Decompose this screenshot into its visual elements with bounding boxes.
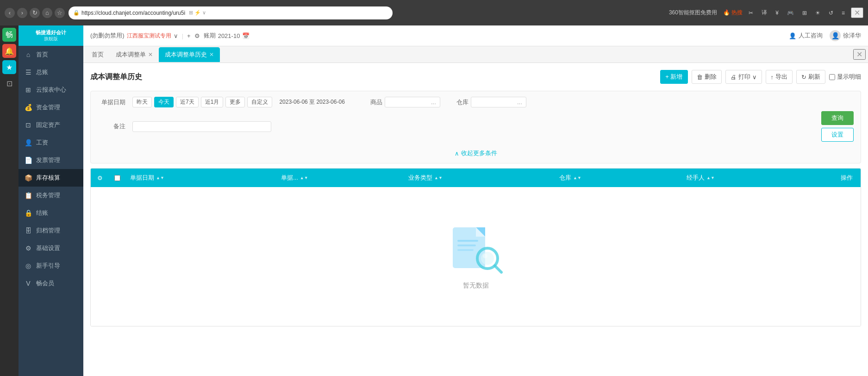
svg-point-7 — [481, 252, 494, 265]
grid-tool[interactable]: ⊞ — [800, 9, 809, 17]
sidebar-item-payroll[interactable]: 👤 工资 — [19, 134, 83, 151]
sidebar-item-label: 首页 — [36, 50, 48, 59]
sidebar-item-ledger[interactable]: ☰ 总账 — [19, 63, 83, 81]
print-button[interactable]: 🖨 打印 ∨ — [725, 70, 762, 84]
cut-tool[interactable]: ✂ — [746, 9, 756, 17]
company-selector[interactable]: (勿删勿禁用) 江西服宝测试专用 ∨ — [90, 31, 178, 40]
sidebar-item-label: 云报表中心 — [36, 86, 66, 94]
th-action-label: 操作 — [841, 174, 853, 182]
tab-cost-adjust[interactable]: 成本调整单 ✕ — [110, 47, 159, 62]
back-button[interactable]: ‹ — [5, 8, 15, 18]
sidebar-item-inventory[interactable]: 📦 库存核算 — [19, 169, 83, 187]
th-warehouse[interactable]: 仓库 ▲▼ — [555, 174, 682, 182]
settings-filter-button[interactable]: 设置 — [821, 128, 854, 142]
sidebar-item-guide[interactable]: ◎ 新手引导 — [19, 257, 83, 275]
warehouse-more-icon[interactable]: ... — [517, 99, 522, 106]
tab-cost-adjust-close[interactable]: ✕ — [148, 51, 153, 58]
th-type[interactable]: 业务类型 ▲▼ — [404, 174, 555, 182]
sidebar-logo[interactable]: 畅捷通好会计 旗舰版 — [19, 25, 83, 46]
date-btn-7days[interactable]: 近7天 — [176, 97, 199, 107]
customer-service[interactable]: 👤 人工咨询 — [789, 31, 823, 40]
export-button[interactable]: ↑ 导出 — [766, 70, 793, 84]
browser-nav-buttons: ‹ › ↻ ⌂ ☆ — [5, 8, 65, 18]
sidebar-item-archive[interactable]: 🗄 归档管理 — [19, 222, 83, 239]
funds-icon: 💰 — [24, 104, 32, 111]
game-tool[interactable]: 🎮 — [785, 9, 796, 17]
period-value: 2021-10 — [218, 32, 240, 39]
archive-icon: 🗄 — [24, 227, 32, 234]
sidebar-item-label: 归档管理 — [36, 226, 60, 235]
table-container: ⚙ 单据日期 ▲▼ 单据... ▲▼ 业务类型 ▲▼ — [90, 168, 861, 326]
delete-button[interactable]: 🗑 删除 — [692, 70, 722, 84]
sidebar-item-settings[interactable]: ⚙ 基础设置 — [19, 239, 83, 257]
undo-tool[interactable]: ↺ — [826, 9, 836, 17]
menu-tool[interactable]: ≡ — [839, 9, 847, 17]
add-company-icon[interactable]: + — [187, 32, 191, 39]
sidebar-item-funds[interactable]: 💰 资金管理 — [19, 99, 83, 116]
th-checkbox[interactable] — [109, 175, 125, 181]
sidebar-item-home[interactable]: ⌂ 首页 — [19, 46, 83, 63]
goods-more-icon[interactable]: ... — [431, 99, 436, 106]
date-btn-yesterday[interactable]: 昨天 — [132, 97, 152, 107]
window-close-button[interactable]: ✕ — [853, 49, 866, 60]
close-period-icon: 🔒 — [24, 209, 32, 217]
goods-filter: 商品 ... — [370, 97, 440, 107]
forward-button[interactable]: › — [17, 8, 27, 18]
collapse-button[interactable]: ∧ 收起更多条件 — [98, 145, 854, 157]
new-button[interactable]: + 新增 — [660, 70, 687, 84]
home-browser-button[interactable]: ⌂ — [42, 8, 52, 18]
warehouse-select[interactable]: ... — [471, 97, 526, 107]
sidebar-item-assets[interactable]: ⊡ 固定资产 — [19, 116, 83, 134]
app-icon-2[interactable]: ⊡ — [2, 76, 16, 90]
hot-search-icon[interactable]: 🔥 热搜 — [723, 9, 743, 17]
calendar-icon[interactable]: 📅 — [242, 32, 250, 39]
date-btn-custom[interactable]: 自定义 — [247, 97, 272, 107]
goods-select[interactable]: ... — [385, 97, 440, 107]
sidebar-item-member[interactable]: V 畅会员 — [19, 275, 83, 292]
member-icon: V — [24, 280, 32, 287]
user-profile[interactable]: 👤 徐泽华 — [830, 30, 861, 41]
query-button[interactable]: 查询 — [821, 111, 854, 125]
notification-icon[interactable]: 🔔 — [2, 44, 16, 58]
sidebar-item-close[interactable]: 🔒 结账 — [19, 204, 83, 222]
sidebar-item-tax[interactable]: 📋 税务管理 — [19, 187, 83, 204]
image-tool[interactable]: 360智能抠图免费用 — [667, 8, 719, 18]
tab-home[interactable]: 首页 — [86, 47, 110, 62]
tab-cost-adjust-history-close[interactable]: ✕ — [209, 51, 214, 58]
sidebar-item-label: 资金管理 — [36, 103, 60, 112]
ledger-icon: ☰ — [24, 69, 32, 76]
refresh-button[interactable]: ↻ 刷新 — [796, 70, 825, 84]
notes-input[interactable] — [132, 121, 271, 132]
date-btn-1month[interactable]: 近1月 — [201, 97, 224, 107]
display-cols-input[interactable] — [829, 74, 835, 80]
th-number[interactable]: 单据... ▲▼ — [276, 174, 404, 182]
sidebar-item-invoice[interactable]: 📄 发票管理 — [19, 151, 83, 169]
address-bar[interactable]: 🔒 https://cloud.chanjet.com/accounting/u… — [69, 6, 393, 19]
brightness-tool[interactable]: ☀ — [813, 9, 823, 17]
collapse-label: 收起更多条件 — [461, 149, 497, 157]
bookmark-button[interactable]: ☆ — [55, 8, 65, 18]
select-all-checkbox[interactable] — [114, 175, 120, 181]
warning-label: (勿删勿禁用) — [90, 31, 125, 40]
th-date[interactable]: 单据日期 ▲▼ — [125, 174, 276, 182]
tab-cost-adjust-history[interactable]: 成本调整单历史 ✕ — [159, 47, 220, 62]
print-icon: 🖨 — [731, 74, 737, 81]
page-content: 成本调整单历史 + 新增 🗑 删除 🖨 打印 ∨ ↑ 导出 — [83, 63, 868, 376]
translate-tool[interactable]: 译 — [759, 8, 769, 18]
settings-small-icon[interactable]: ⚙ — [194, 32, 200, 39]
sidebar-item-report[interactable]: ⊞ 云报表中心 — [19, 81, 83, 99]
ssl-lock-icon: 🔒 — [73, 10, 80, 16]
browser-close-button[interactable]: ✕ — [851, 7, 863, 18]
date-btn-today[interactable]: 今天 — [154, 97, 174, 107]
wallet-tool[interactable]: ¥ — [773, 9, 781, 17]
refresh-browser-button[interactable]: ↻ — [30, 8, 40, 18]
assets-icon: ⊡ — [24, 121, 32, 129]
th-date-label: 单据日期 — [130, 174, 154, 182]
date-btn-more[interactable]: 更多 — [225, 97, 245, 107]
display-cols-checkbox[interactable]: 显示明细 — [829, 73, 861, 81]
active-app-icon[interactable]: ★ — [2, 60, 16, 74]
svg-point-9 — [483, 254, 487, 258]
notes-filter-label: 备注 — [98, 122, 125, 131]
th-settings[interactable]: ⚙ — [91, 175, 109, 182]
th-person[interactable]: 经手人 ▲▼ — [682, 174, 833, 182]
